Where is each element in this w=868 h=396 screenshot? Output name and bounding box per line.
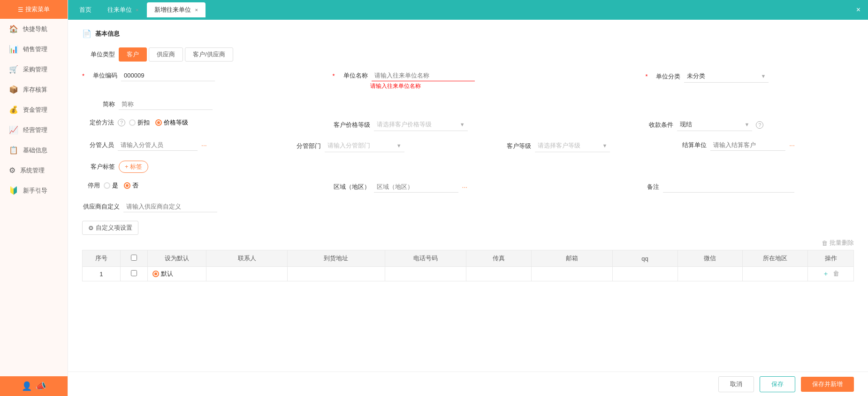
row-phone[interactable] (385, 267, 466, 281)
row-email[interactable] (531, 267, 612, 281)
row-wechat[interactable] (678, 267, 743, 281)
add-row-button[interactable]: ＋ (822, 270, 829, 278)
sidebar-item-label: 资金管理 (23, 106, 47, 114)
row-fax[interactable] (466, 267, 531, 281)
manager-row: 分管人员 ··· 分管部门 请输入分管部门 ▼ 客户等级 请选择客户等级 ▼ (82, 140, 854, 152)
unit-category-select[interactable]: 未分类 ▼ (684, 70, 769, 83)
remarks-group: 备注 (645, 181, 854, 193)
type-btn-both[interactable]: 客户/供应商 (185, 47, 233, 62)
row-region[interactable] (743, 267, 808, 281)
user-icon[interactable]: 👤 (22, 381, 32, 391)
col-contact: 联系人 (206, 250, 287, 267)
chevron-down-icon: ▼ (745, 122, 750, 127)
add-tag-button[interactable]: + 标签 (119, 161, 148, 173)
sidebar-item-basic[interactable]: 📋 基础信息 (0, 140, 68, 160)
tab-partners[interactable]: 往来单位 × (100, 2, 146, 17)
sidebar-item-finance[interactable]: 💰 资金管理 (0, 100, 68, 120)
department-select[interactable]: 请输入分管部门 ▼ (325, 140, 404, 152)
tab-bar: 首页 往来单位 × 新增往来单位 × × (68, 0, 868, 20)
settlement-more-icon[interactable]: ··· (789, 141, 795, 149)
row-contact[interactable] (206, 267, 287, 281)
row-default-radio[interactable]: 默认 (152, 270, 201, 278)
region-input[interactable] (374, 181, 458, 193)
operation-icon: 📈 (9, 125, 18, 134)
payment-terms-select[interactable]: 现结 ▼ (677, 118, 752, 131)
pricing-method-label: 定价方法 (82, 118, 114, 127)
payment-help-icon[interactable]: ? (756, 121, 763, 129)
settings-icon[interactable]: 📣 (36, 381, 46, 391)
unit-name-group: * 单位名称 请输入往来单位名称 (333, 70, 646, 90)
table-header-row: 序号 设为默认 联系人 到货地址 电话号码 传真 邮箱 qq 微信 所在地区 操… (83, 250, 854, 267)
shortname-row: 简称 (82, 99, 854, 110)
tab-partners-close[interactable]: × (136, 7, 138, 13)
col-default: 设为默认 (147, 250, 206, 267)
pricing-help-icon[interactable]: ? (118, 119, 125, 126)
tab-new-partner-close[interactable]: × (195, 7, 198, 13)
tab-bar-close-all[interactable]: × (853, 4, 864, 16)
cancel-button[interactable]: 取消 (718, 376, 754, 392)
manager-more-icon[interactable]: ··· (201, 141, 207, 149)
form-content: 📄 基本信息 单位类型 客户 供应商 客户/供应商 * 单位编码 (68, 20, 868, 372)
radio-circle-no (124, 182, 130, 189)
settlement-input[interactable] (710, 140, 785, 151)
pricing-radio-discount[interactable]: 折扣 (129, 118, 150, 127)
remarks-input[interactable] (663, 181, 794, 193)
pricing-radio-level[interactable]: 价格等级 (155, 118, 188, 127)
type-btn-supplier[interactable]: 供应商 (149, 47, 183, 62)
section-title-text: 基本信息 (95, 30, 120, 38)
delete-row-button[interactable]: 🗑 (833, 270, 839, 278)
sidebar-item-operation[interactable]: 📈 经营管理 (0, 120, 68, 140)
sidebar-item-sales[interactable]: 📊 销售管理 (0, 39, 68, 59)
sidebar-item-purchase[interactable]: 🛒 采购管理 (0, 59, 68, 79)
system-icon: ⚙ (9, 166, 15, 175)
sidebar-item-shortcut[interactable]: 🏠 快捷导航 (0, 19, 68, 39)
manager-input[interactable] (118, 140, 198, 151)
remarks-label: 备注 (645, 183, 659, 191)
customer-level-select[interactable]: 请选择客户等级 ▼ (535, 140, 610, 152)
short-name-input[interactable] (119, 99, 213, 110)
sidebar-item-label: 系统管理 (20, 166, 45, 175)
row-checkbox[interactable] (120, 267, 147, 281)
col-checkbox[interactable] (120, 250, 147, 267)
save-new-button[interactable]: 保存并新增 (801, 377, 854, 392)
settlement-label: 结算单位 (678, 141, 707, 149)
select-all-checkbox[interactable] (131, 255, 137, 261)
unit-type-label: 单位类型 (82, 50, 115, 59)
region-group: 区域（地区） ··· (333, 181, 646, 193)
unit-type-group: 单位类型 客户 供应商 客户/供应商 (82, 47, 854, 62)
row-select-checkbox[interactable] (131, 270, 137, 276)
row-qq[interactable] (612, 267, 678, 281)
save-button[interactable]: 保存 (760, 376, 795, 392)
supplier-custom-input[interactable] (123, 201, 217, 212)
disable-radio-group: 是 否 (104, 181, 138, 190)
type-btn-customer[interactable]: 客户 (119, 47, 147, 62)
region-more-icon[interactable]: ··· (462, 183, 468, 191)
row-default: 默认 (147, 267, 206, 281)
chevron-down-icon: ▼ (460, 122, 465, 127)
customer-price-select[interactable]: 请选择客户价格等级 ▼ (374, 118, 468, 131)
sidebar-item-inventory[interactable]: 📦 库存核算 (0, 79, 68, 100)
tab-new-partner[interactable]: 新增往来单位 × (147, 2, 205, 17)
batch-delete-label[interactable]: 批量删除 (830, 239, 854, 247)
disable-radio-yes[interactable]: 是 (104, 181, 118, 190)
sidebar: ☰ 搜索菜单 🏠 快捷导航 📊 销售管理 🛒 采购管理 📦 库存核算 💰 资金管… (0, 0, 68, 396)
section-icon: 📄 (82, 29, 91, 38)
unit-name-error: 请输入往来单位名称 (370, 83, 421, 89)
col-wechat: 微信 (678, 250, 743, 267)
sidebar-item-guide[interactable]: 🔰 新手引导 (0, 180, 68, 201)
department-label: 分管部门 (293, 142, 321, 150)
sidebar-item-system[interactable]: ⚙ 系统管理 (0, 160, 68, 180)
manager-label: 分管人员 (82, 141, 114, 149)
department-group: 分管部门 请输入分管部门 ▼ (293, 140, 503, 152)
row-address[interactable] (288, 267, 385, 281)
tab-home[interactable]: 首页 (72, 2, 99, 17)
home-icon: 🏠 (9, 24, 18, 33)
batch-delete-section: 🗑 批量删除 (82, 239, 854, 247)
custom-settings-button[interactable]: ⚙ 自定义项设置 (82, 221, 138, 235)
sidebar-search[interactable]: ☰ 搜索菜单 (0, 0, 68, 19)
unit-code-input[interactable] (121, 70, 215, 81)
guide-icon: 🔰 (9, 186, 18, 195)
row-index: 1 (83, 267, 121, 281)
unit-name-input[interactable] (372, 70, 475, 81)
disable-radio-no[interactable]: 否 (124, 181, 138, 190)
